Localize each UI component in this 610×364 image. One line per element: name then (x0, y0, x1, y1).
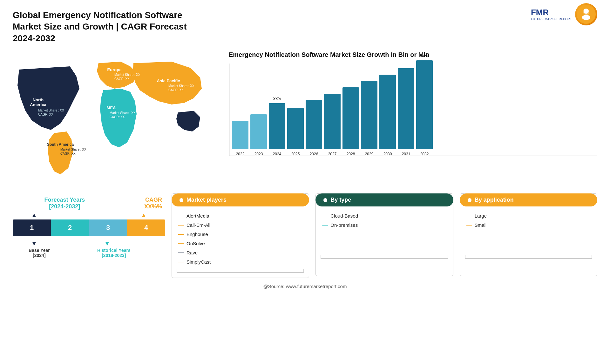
svg-text:Market Share : XX: Market Share : XX (114, 73, 140, 77)
list-item: — SimplyCast (178, 257, 302, 266)
north-america-label: North (33, 98, 44, 102)
seg3-num: 3 (106, 224, 110, 232)
base-year-label: Base Year (14, 248, 64, 253)
world-map-container: North America Market Share : XX CAGR: XX… (13, 51, 210, 184)
page-title: Global Emergency Notification Software M… (13, 10, 210, 44)
market-players-header: Market players (172, 193, 309, 206)
bar-chart: 2022 2023 XX% 2024 2025 (232, 64, 433, 165)
svg-text:CAGR: XX: CAGR: XX (38, 113, 53, 116)
list-item: — AlertMedia (178, 211, 302, 220)
bar-2028 (342, 87, 359, 149)
forecast-years-range: [2024-2032] (16, 203, 113, 210)
by-application-dot (468, 198, 471, 202)
seg1-num: 1 (30, 224, 34, 232)
forecast-years-label: Forecast Years (16, 197, 113, 203)
svg-text:CAGR: XX: CAGR: XX (60, 152, 76, 155)
list-item: — Rave (178, 248, 302, 257)
svg-text:America: America (30, 102, 46, 107)
asia-pacific-label: Asia Pacific (157, 78, 180, 83)
logo-subtext: FUTURE MARKET REPORT (531, 17, 572, 21)
hist-years-label: Historical Years (64, 248, 164, 253)
hist-years-value: [2018-2023] (64, 253, 164, 258)
list-item: — Large (466, 211, 591, 220)
bar-2025 (287, 108, 304, 149)
bar-2031 (398, 68, 414, 149)
svg-text:Market Share : XX: Market Share : XX (60, 148, 86, 151)
by-application-list: — Large — Small (460, 211, 597, 230)
by-application-box: By application — Large — Small (460, 193, 597, 276)
by-type-list: — Cloud-Based — On-premises (316, 211, 453, 230)
list-item: — OnSolve (178, 239, 302, 248)
svg-text:Market Share : XX: Market Share : XX (110, 111, 136, 115)
list-item: — Cloud-Based (322, 211, 446, 220)
chart-title: Emergency Notification Software Market S… (229, 51, 597, 59)
seg2-num: 2 (68, 224, 72, 232)
australia-region (176, 111, 200, 131)
list-item: — On-premises (322, 220, 446, 230)
south-america-label: South America (47, 142, 74, 147)
source-text: @Source: www.futuremarketreport.com (13, 284, 597, 289)
market-players-dot (180, 198, 183, 202)
bracket-bottom-type (321, 255, 448, 259)
europe-label: Europe (107, 67, 122, 72)
cagr-label: CAGR (113, 197, 162, 203)
mea-label: MEA (107, 105, 116, 110)
svg-text:Market Share : XX: Market Share : XX (38, 109, 64, 112)
bar-2029 (361, 81, 377, 149)
bar-2026 (306, 100, 322, 149)
svg-point-4 (582, 15, 590, 20)
logo-area: FMR FUTURE MARKET REPORT (531, 3, 597, 25)
cagr-value: XX%% (113, 203, 162, 210)
list-item: — Call-Em-All (178, 220, 302, 230)
list-item: — Small (466, 220, 591, 230)
timeline-container: Forecast Years [2024-2032] CAGR XX%% ▲ ▲… (13, 193, 165, 261)
logo-circle (575, 3, 597, 25)
svg-point-3 (584, 9, 589, 14)
svg-text:CAGR: XX: CAGR: XX (110, 115, 125, 119)
chart-container: Emergency Notification Software Market S… (222, 51, 597, 184)
logo-text: FMR (531, 8, 572, 17)
svg-text:CAGR: XX: CAGR: XX (168, 88, 184, 92)
by-application-header: By application (460, 193, 597, 206)
seg4-num: 4 (144, 224, 148, 232)
by-type-dot (323, 198, 327, 202)
north-america-region (17, 66, 79, 130)
market-players-box: Market players — AlertMedia — Call-Em-Al… (172, 193, 309, 278)
timeline-bar: 1 2 3 4 (13, 219, 165, 236)
by-type-header: By type (315, 193, 453, 206)
top-section: North America Market Share : XX CAGR: XX… (13, 51, 597, 184)
base-year-value: [2024] (14, 253, 64, 258)
bar-2024 (269, 103, 285, 149)
bracket-bottom (177, 269, 304, 273)
bar-2032 (416, 60, 433, 149)
world-map-svg: North America Market Share : XX CAGR: XX… (13, 51, 210, 184)
svg-text:CAGR: XX: CAGR: XX (114, 77, 130, 81)
list-item: — Enghouse (178, 230, 302, 239)
bracket-bottom-app (465, 255, 592, 259)
bar-2022 (232, 121, 248, 149)
svg-text:Market Share : XX: Market Share : XX (168, 84, 194, 88)
bar-2030 (379, 75, 396, 149)
bar-2027 (324, 94, 341, 149)
market-players-list: — AlertMedia — Call-Em-All — Enghouse — … (172, 211, 309, 266)
bottom-section: Forecast Years [2024-2032] CAGR XX%% ▲ ▲… (13, 193, 597, 278)
bar-2023 (250, 114, 267, 149)
by-type-box: By type — Cloud-Based — On-premises (315, 193, 453, 276)
